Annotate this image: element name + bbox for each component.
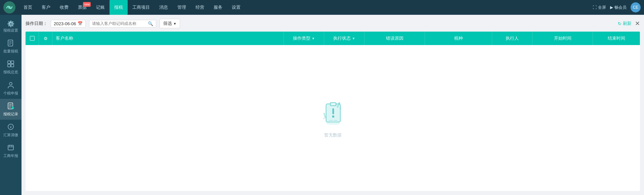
sidebar-item-biz-annual-report[interactable]: 工商年报 <box>0 141 22 161</box>
nav-item-invoice[interactable]: 票据 new <box>73 0 91 15</box>
svg-text:✓: ✓ <box>12 107 14 110</box>
svg-text:¥: ¥ <box>9 125 12 129</box>
sidebar-item-tax-overview[interactable]: 报税总览 <box>0 57 22 78</box>
th-end-time: 结束时间 <box>593 32 640 45</box>
sidebar-item-annual-settlement[interactable]: ¥ 汇算清缴 <box>0 120 22 141</box>
th-exec-status[interactable]: 执行状态 ▼ <box>324 32 364 45</box>
svg-point-35 <box>326 122 340 125</box>
chevron-down-icon: ▼ <box>173 22 177 26</box>
refresh-icon: ↻ <box>618 21 621 26</box>
select-all-checkbox[interactable] <box>30 36 35 41</box>
svg-point-10 <box>9 82 12 85</box>
th-operation-type[interactable]: 操作类型 ▼ <box>284 32 324 45</box>
batch-tax-icon <box>7 39 14 48</box>
svg-marker-34 <box>323 118 325 120</box>
member-icon: ▶ <box>610 5 613 10</box>
nav-item-client[interactable]: 客户 <box>37 0 55 15</box>
top-nav: 首页 客户 收费 票据 new 记账 报税 工商项目 消息 管理 经营 服务 设… <box>0 0 644 15</box>
member-button[interactable]: ▶ 畅会员 <box>610 5 627 10</box>
th-executor: 执行人 <box>492 32 532 45</box>
nav-items: 首页 客户 收费 票据 new 记账 报税 工商项目 消息 管理 经营 服务 设… <box>19 0 593 15</box>
svg-point-30 <box>332 115 334 118</box>
tax-settings-icon: ⚙️ <box>7 21 14 27</box>
sidebar-item-tax-records[interactable]: ✓ 报税记录 <box>0 99 22 120</box>
filter-button[interactable]: 筛选 ▼ <box>160 19 180 28</box>
th-checkbox[interactable] <box>26 32 39 45</box>
biz-annual-report-icon <box>7 144 14 152</box>
search-icon: 🔍 <box>148 21 153 26</box>
sidebar-item-tax-settings[interactable]: ⚙️ 报税设置 <box>0 17 22 36</box>
th-start-time: 开始时间 <box>532 32 593 45</box>
nav-item-home[interactable]: 首页 <box>19 0 37 15</box>
refresh-button[interactable]: ↻ 刷新 <box>618 21 632 27</box>
date-label: 操作日期： <box>26 21 47 27</box>
svg-rect-6 <box>8 61 10 64</box>
fullscreen-icon: ⛶ <box>593 5 597 10</box>
nav-item-message[interactable]: 消息 <box>155 0 173 15</box>
th-error-reason: 错误原因 <box>364 32 425 45</box>
svg-rect-8 <box>8 64 10 67</box>
avatar[interactable]: CE <box>631 2 641 12</box>
th-tax-type: 税种 <box>425 32 492 45</box>
svg-rect-7 <box>11 61 14 64</box>
sidebar: ⚙️ 报税设置 批量报税 <box>0 15 22 195</box>
nav-item-bizproject[interactable]: 工商项目 <box>128 0 155 15</box>
settings-icon: ⚙ <box>44 36 48 41</box>
table-container: ⚙ 客户名称 操作类型 ▼ 执行状态 ▼ 错误原因 税种 <box>26 32 640 191</box>
individual-tax-icon <box>7 81 14 90</box>
nav-item-manage[interactable]: 管理 <box>173 0 191 15</box>
empty-state: 暂无数据 <box>26 45 640 191</box>
new-badge: new <box>83 2 91 7</box>
empty-icon-wrap <box>318 98 348 128</box>
nav-item-settings[interactable]: 设置 <box>227 0 245 15</box>
sidebar-item-batch-tax[interactable]: 批量报税 <box>0 36 22 57</box>
fullscreen-button[interactable]: ⛶ 全屏 <box>593 5 606 10</box>
nav-item-business[interactable]: 经营 <box>191 0 209 15</box>
search-input[interactable] <box>92 21 146 26</box>
table-header: ⚙ 客户名称 操作类型 ▼ 执行状态 ▼ 错误原因 税种 <box>26 32 640 45</box>
svg-rect-28 <box>331 103 335 105</box>
svg-rect-29 <box>332 108 334 114</box>
svg-point-1 <box>8 6 11 9</box>
content-area: 操作日期： 2023-06-06 📅 🔍 筛选 ▼ ↻ 刷新 ✕ <box>22 15 644 195</box>
date-input[interactable]: 2023-06-06 📅 <box>51 20 86 28</box>
sort-icon-operation: ▼ <box>312 37 315 40</box>
tax-records-icon: ✓ <box>7 102 14 111</box>
logo[interactable] <box>3 1 15 13</box>
date-value: 2023-06-06 <box>54 21 76 26</box>
empty-illustration <box>318 98 348 128</box>
svg-rect-9 <box>11 64 14 67</box>
close-button[interactable]: ✕ <box>635 21 640 27</box>
calendar-icon: 📅 <box>78 21 83 26</box>
nav-item-service[interactable]: 服务 <box>209 0 227 15</box>
toolbar: 操作日期： 2023-06-06 📅 🔍 筛选 ▼ ↻ 刷新 ✕ <box>26 19 640 28</box>
nav-item-accounting[interactable]: 记账 <box>91 0 110 15</box>
right-section: ⛶ 全屏 ▶ 畅会员 CE <box>593 2 641 12</box>
nav-item-tax[interactable]: 报税 <box>110 0 128 15</box>
annual-settlement-icon: ¥ <box>7 123 14 131</box>
main-layout: ⚙️ 报税设置 批量报税 <box>0 15 644 195</box>
sort-icon-status: ▼ <box>352 37 355 40</box>
th-settings[interactable]: ⚙ <box>39 32 52 45</box>
th-client-name: 客户名称 <box>52 32 284 45</box>
empty-text: 暂无数据 <box>324 132 342 138</box>
svg-rect-33 <box>323 113 326 118</box>
search-input-wrap: 🔍 <box>89 20 156 28</box>
tax-overview-icon <box>7 60 14 69</box>
nav-item-fee[interactable]: 收费 <box>55 0 73 15</box>
sidebar-item-individual-tax[interactable]: 个税申报 <box>0 78 22 99</box>
svg-rect-19 <box>8 145 13 150</box>
